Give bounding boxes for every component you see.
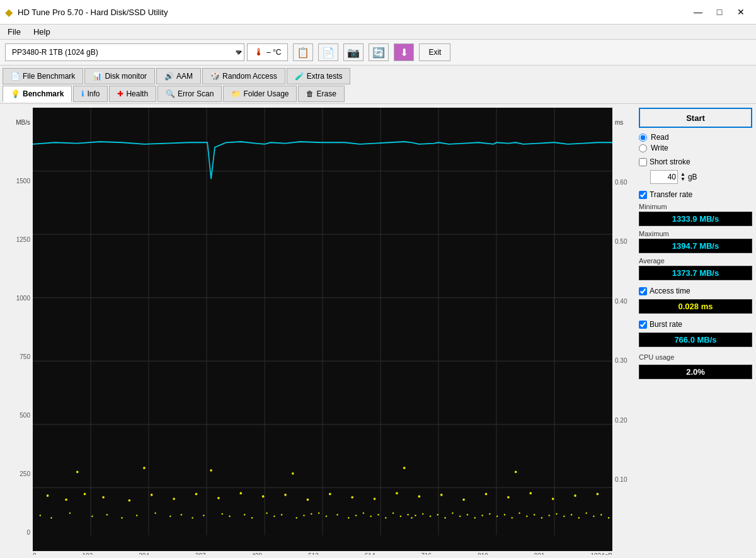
y-left-250: 250: [20, 470, 30, 477]
download-btn[interactable]: ⬇: [394, 43, 414, 61]
tab-aam[interactable]: 🔊 AAM: [156, 68, 201, 84]
svg-point-68: [311, 513, 312, 515]
svg-point-44: [292, 472, 294, 475]
right-panel: Start Read Write Short stroke 40 ▲ ▼ gB: [639, 108, 752, 551]
maximize-button[interactable]: □: [709, 4, 730, 20]
exit-button[interactable]: Exit: [419, 43, 450, 61]
tab-info[interactable]: ℹ Info: [73, 86, 108, 102]
svg-point-77: [385, 517, 386, 519]
minimum-label: Minimum: [639, 203, 752, 210]
tab-folder-usage[interactable]: 📁 Folder Usage: [223, 86, 297, 102]
copy-btn-1[interactable]: 📋: [293, 43, 313, 61]
svg-point-81: [411, 517, 412, 519]
svg-point-45: [403, 467, 406, 469]
camera-btn[interactable]: 📷: [343, 43, 364, 61]
menu-file[interactable]: File: [3, 26, 26, 38]
svg-point-50: [91, 515, 93, 517]
svg-point-69: [318, 512, 319, 514]
tab-error-scan[interactable]: 🔍 Error Scan: [158, 86, 222, 102]
svg-point-32: [418, 495, 421, 498]
benchmark-chart: [33, 108, 612, 551]
svg-point-31: [396, 492, 398, 494]
maximum-block: Maximum 1394.7 MB/s: [639, 230, 752, 253]
start-button[interactable]: Start: [639, 108, 752, 128]
transfer-rate-label: Transfer rate: [650, 190, 692, 199]
svg-point-47: [40, 515, 41, 516]
svg-point-105: [586, 512, 587, 514]
tab-disk-monitor[interactable]: 📊 Disk monitor: [84, 68, 155, 84]
average-block: Average 1373.7 MB/s: [639, 257, 752, 280]
burst-rate-row: Burst rate: [639, 320, 752, 329]
access-time-checkbox[interactable]: [639, 287, 647, 295]
window-title: HD Tune Pro 5.70 - Hard Disk/SSD Utility: [18, 8, 168, 17]
x-0: 0: [33, 552, 37, 555]
y-right-020: 0.20: [615, 417, 627, 424]
tab-extra-tests[interactable]: 🧪 Extra tests: [287, 68, 351, 84]
svg-point-30: [374, 498, 376, 500]
short-stroke-checkbox[interactable]: [639, 158, 647, 166]
read-option[interactable]: Read: [639, 133, 752, 142]
svg-point-87: [452, 512, 453, 514]
thermometer-icon: 🌡: [254, 47, 264, 58]
stroke-up-down[interactable]: ▲ ▼: [680, 172, 685, 182]
svg-point-85: [437, 514, 438, 516]
svg-point-62: [251, 517, 253, 519]
chart-area: MB/s 1500 1250 1000 750 500 250 0: [4, 108, 635, 551]
temperature-display: 🌡 – °C: [247, 43, 288, 61]
menu-help[interactable]: Help: [28, 26, 55, 38]
average-label: Average: [639, 257, 752, 265]
svg-point-16: [65, 498, 67, 501]
y-left-1000: 1000: [16, 295, 30, 302]
svg-point-100: [549, 515, 550, 516]
erase-icon: 🗑: [306, 89, 314, 98]
svg-point-79: [400, 515, 401, 517]
svg-point-56: [181, 514, 182, 516]
tab-extra-tests-label: Extra tests: [307, 72, 343, 81]
tab-health[interactable]: ✚ Health: [109, 86, 156, 102]
y-left-500: 500: [20, 412, 30, 419]
refresh-btn[interactable]: 🔄: [369, 43, 389, 61]
minimize-button[interactable]: —: [688, 4, 708, 20]
burst-rate-value: 766.0 MB/s: [639, 333, 752, 347]
read-write-group: Read Write: [639, 132, 752, 154]
read-label: Read: [651, 133, 669, 142]
svg-point-19: [129, 499, 131, 502]
svg-point-88: [459, 515, 461, 517]
svg-point-64: [273, 515, 275, 517]
copy-btn-2[interactable]: 📄: [318, 43, 338, 61]
write-radio[interactable]: [639, 144, 647, 152]
write-option[interactable]: Write: [639, 144, 752, 152]
tab-benchmark-label: Benchmark: [23, 89, 64, 98]
error-scan-icon: 🔍: [166, 89, 175, 98]
disk-monitor-icon: 📊: [93, 72, 102, 81]
svg-point-15: [47, 494, 49, 497]
svg-point-27: [307, 498, 309, 501]
burst-rate-checkbox[interactable]: [639, 321, 647, 329]
x-819: 819: [478, 552, 488, 555]
y-right-060: 0.60: [615, 179, 627, 186]
svg-point-51: [106, 514, 108, 516]
tab-random-access[interactable]: 🎲 Random Access: [202, 68, 285, 84]
stroke-value-input[interactable]: 40: [650, 170, 678, 184]
copy-icon-2: 📄: [322, 47, 335, 59]
drive-select[interactable]: PP3480-R 1TB (1024 gB): [5, 43, 244, 61]
health-icon: ✚: [117, 89, 123, 98]
svg-point-42: [143, 467, 146, 469]
menu-bar: File Help: [0, 25, 756, 40]
transfer-rate-checkbox[interactable]: [639, 191, 647, 199]
svg-point-80: [407, 514, 408, 516]
read-radio[interactable]: [639, 134, 647, 142]
random-access-icon: 🎲: [210, 72, 220, 81]
y-left-1250: 1250: [16, 236, 30, 243]
y-right-040: 0.40: [615, 298, 627, 305]
x-axis: 0 102 204 307 409 512 614 716 819 921 10…: [33, 551, 612, 555]
x-307: 307: [195, 552, 206, 555]
y-right-030: 0.30: [615, 357, 627, 364]
title-bar: ◆ HD Tune Pro 5.70 - Hard Disk/SSD Utili…: [0, 0, 756, 25]
tab-erase[interactable]: 🗑 Erase: [298, 86, 344, 102]
tab-file-benchmark[interactable]: 📄 File Benchmark: [3, 68, 83, 84]
svg-point-55: [169, 515, 171, 517]
svg-point-108: [608, 517, 609, 519]
tab-benchmark[interactable]: 💡 Benchmark: [3, 86, 72, 102]
close-button[interactable]: ✕: [731, 4, 751, 20]
